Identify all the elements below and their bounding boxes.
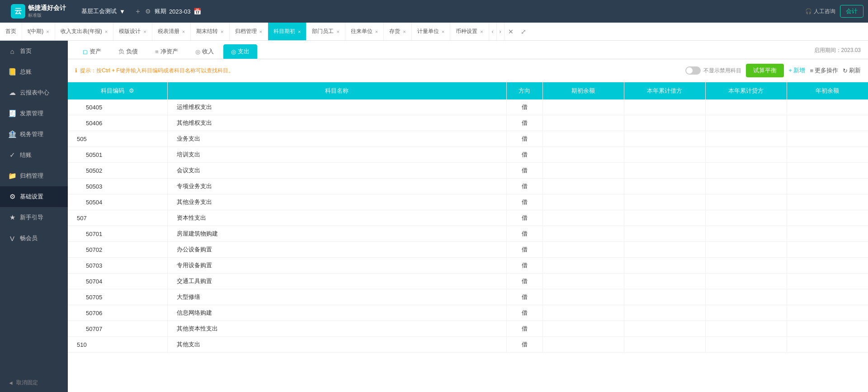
cell-dir: 借 (506, 147, 542, 163)
ledger-icon: 📒 (8, 68, 16, 76)
table-row[interactable]: 50504其他业务支出借 (68, 194, 868, 210)
tab-unit-close[interactable]: × (442, 29, 444, 34)
table-row[interactable]: 50705大型修缮借 (68, 289, 868, 305)
sidebar-item-archive[interactable]: 📁 归档管理 (0, 165, 68, 186)
sidebar-item-member[interactable]: V 畅会员 (0, 228, 68, 249)
col-settings-icon[interactable]: ⚙ (129, 87, 134, 94)
sidebar-item-invoice[interactable]: 🧾 发票管理 (0, 103, 68, 124)
tab-partner[interactable]: 往来单位 × (345, 23, 384, 40)
cell-ytd-debit (624, 131, 705, 147)
cell-ytd-credit (705, 194, 787, 210)
tab-inventory-close[interactable]: × (403, 29, 406, 34)
tab-annual[interactable]: 收入支出表(年报) × (55, 23, 113, 40)
tab-template-close[interactable]: × (143, 29, 146, 34)
tab-subject-init[interactable]: 科目期初 × (268, 23, 307, 40)
cell-ytd-debit (624, 99, 705, 115)
cat-tab-expense[interactable]: ◎ 支出 (223, 44, 257, 59)
tab-period-end-close[interactable]: × (221, 29, 223, 34)
table-row[interactable]: 507资本性支出借 (68, 210, 868, 226)
table-row[interactable]: 50703专用设备购置借 (68, 258, 868, 274)
toggle-switch[interactable]: 不显示禁用科目 (685, 66, 741, 75)
more-label: 更多操作 (815, 66, 838, 75)
accountant-button[interactable]: 会计 (840, 5, 863, 18)
sidebar-item-guide[interactable]: ★ 新手引导 (0, 207, 68, 228)
add-button[interactable]: + 新增 (788, 66, 805, 75)
calendar-icon[interactable]: 📅 (193, 8, 201, 15)
table-row[interactable]: 50702办公设备购置借 (68, 242, 868, 258)
cell-year-opening (787, 147, 868, 163)
sidebar-item-home[interactable]: ⌂ 首页 (0, 41, 68, 61)
table-row[interactable]: 50707其他资本性支出借 (68, 321, 868, 337)
tab-dept[interactable]: 部门员工 × (307, 23, 345, 40)
close-all-tabs-button[interactable]: ✕ (505, 23, 517, 40)
cell-opening-balance (542, 305, 624, 321)
table-row[interactable]: 50704交通工具购置借 (68, 274, 868, 289)
tab-dept-close[interactable]: × (336, 29, 339, 34)
sidebar-item-settings[interactable]: ⚙ 基础设置 (0, 186, 68, 207)
cell-opening-balance (542, 194, 624, 210)
col-header-ytd-debit: 本年累计借方 (624, 82, 705, 99)
company-selector[interactable]: 基层工会测试 ▼ (81, 7, 125, 15)
cell-opening-balance (542, 226, 624, 242)
cell-dir: 借 (506, 163, 542, 179)
tab-next-button[interactable]: › (497, 23, 505, 40)
sidebar-item-reports[interactable]: ☁ 云报表中心 (0, 82, 68, 103)
cat-tab-net-asset[interactable]: ≡ 净资产 (147, 44, 186, 59)
expand-button[interactable]: ⤢ (517, 23, 530, 40)
tab-archive[interactable]: 归档管理 × (230, 23, 268, 40)
sidebar-item-ledger[interactable]: 📒 总账 (0, 61, 68, 82)
cell-code: 50707 (68, 321, 167, 337)
tab-currency-close[interactable]: × (480, 29, 483, 34)
tab-partner-close[interactable]: × (375, 29, 378, 34)
calc-balance-button[interactable]: 试算平衡 (746, 64, 784, 77)
table-row[interactable]: 50406其他维权支出借 (68, 115, 868, 131)
cat-tab-income[interactable]: ◎ 收入 (188, 44, 222, 59)
table-row[interactable]: 505业务支出借 (68, 131, 868, 147)
more-button[interactable]: ≡ 更多操作 (810, 66, 838, 75)
tab-home[interactable]: 首页 (0, 23, 22, 40)
refresh-icon: ↻ (843, 67, 848, 74)
cat-income-label: 收入 (202, 47, 214, 56)
tab-period-end[interactable]: 期末结转 × (191, 23, 229, 40)
table-row[interactable]: 50502会议支出借 (68, 163, 868, 179)
logo-text: 畅捷通好会计 (28, 4, 66, 12)
settings-button[interactable]: ⚙ (145, 8, 151, 15)
left-arrow-icon: ◄ (8, 380, 14, 386)
cell-ytd-credit (705, 163, 787, 179)
refresh-button[interactable]: ↻ 刷新 (843, 66, 861, 75)
cell-dir: 借 (506, 289, 542, 305)
sidebar-close-label: 结账 (20, 151, 32, 159)
table-row[interactable]: 50701房屋建筑物购建借 (68, 226, 868, 242)
cat-tab-liability[interactable]: 负 负债 (111, 44, 146, 59)
sidebar-collapse-button[interactable]: ◄ 取消固定 (0, 373, 68, 392)
tab-unit[interactable]: 计量单位 × (412, 23, 450, 40)
add-tab-button[interactable]: ＋ (134, 7, 142, 16)
tab-subject-init-close[interactable]: × (298, 29, 301, 34)
table-row[interactable]: 50706信息网络购建借 (68, 305, 868, 321)
sidebar-item-tax[interactable]: 🏦 税务管理 (0, 124, 68, 145)
tab-prev-button[interactable]: ‹ (489, 23, 497, 40)
tab-midterm-close[interactable]: × (46, 29, 49, 34)
tab-midterm[interactable]: t(中期) × (22, 23, 55, 40)
tab-inventory[interactable]: 存货 × (384, 23, 411, 40)
cat-tab-asset[interactable]: ◻ 资产 (75, 44, 109, 59)
consult-button[interactable]: 🎧 人工咨询 (805, 8, 835, 15)
cell-ytd-credit (705, 258, 787, 274)
tab-period-end-label: 期末结转 (196, 28, 218, 35)
tab-currency[interactable]: 币种设置 × (450, 23, 489, 40)
table-row[interactable]: 50405运维维权支出借 (68, 99, 868, 115)
cell-ytd-credit (705, 131, 787, 147)
toggle-control[interactable] (685, 66, 701, 75)
tab-tax[interactable]: 税表清册 × (152, 23, 191, 40)
table-row[interactable]: 50501培训支出借 (68, 147, 868, 163)
table-row[interactable]: 50503专项业务支出借 (68, 179, 868, 194)
table-row[interactable]: 510其他支出借 (68, 337, 868, 353)
cell-opening-balance (542, 210, 624, 226)
tab-template[interactable]: 模版设计 × (113, 23, 152, 40)
cell-opening-balance (542, 163, 624, 179)
tab-annual-close[interactable]: × (105, 29, 108, 34)
sidebar-item-close[interactable]: ✓ 结账 (0, 145, 68, 165)
cell-name: 其他业务支出 (167, 194, 506, 210)
tab-archive-close[interactable]: × (259, 29, 262, 34)
tab-tax-close[interactable]: × (182, 29, 185, 34)
